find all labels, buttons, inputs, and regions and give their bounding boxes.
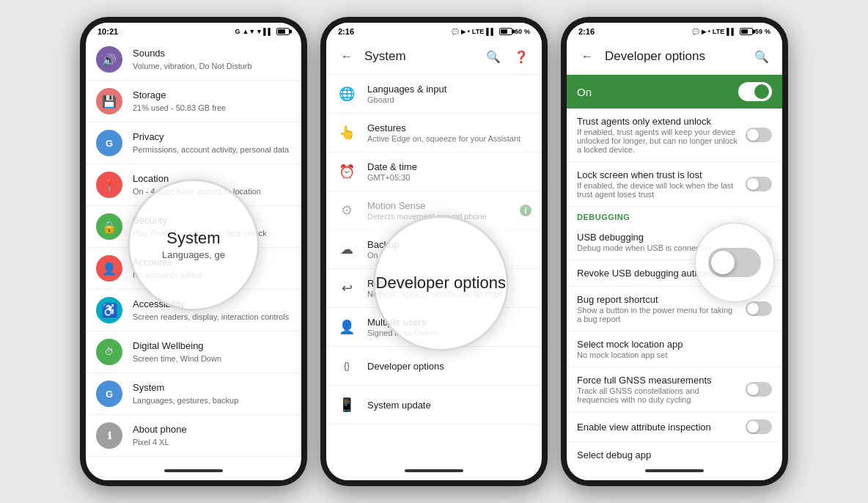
system-settings-list: 🌐 Languages & input Gboard 👆 Gestures Ac…: [326, 75, 542, 425]
list-item[interactable]: ↩ Reset options Network, apps, or device…: [326, 269, 542, 308]
dev-options-on-bar[interactable]: On: [567, 75, 782, 109]
location-title: Location: [133, 173, 291, 186]
phone3-back-button[interactable]: ←: [577, 46, 597, 67]
digital-wellbeing-icon: ⏱: [96, 339, 122, 365]
languages-subtitle: Gboard: [367, 95, 532, 104]
list-item[interactable]: ℹ About phone Pixel 4 XL: [86, 415, 301, 457]
revoke-usb-text: Revoke USB debugging authorizations: [577, 268, 772, 279]
mock-location-title: Select mock location app: [577, 339, 772, 350]
list-item[interactable]: ⏰ Date & time GMT+05:30: [326, 153, 542, 191]
accessibility-icon: ♿: [96, 297, 122, 323]
list-item[interactable]: ? Tips & support Help articles, phone & …: [86, 457, 301, 464]
select-debug-text: Select debug app: [577, 449, 772, 460]
back-button[interactable]: ←: [336, 46, 357, 67]
accounts-subtitle: No accounts added: [133, 270, 291, 280]
phone3-lte-label: LTE: [713, 28, 724, 35]
phone-1-g-icon: G: [235, 28, 240, 35]
list-item[interactable]: 🔊 Sounds Volume, vibration, Do Not Distu…: [86, 39, 301, 81]
whatsapp-icon: 💬: [452, 29, 459, 35]
usb-debugging-toggle[interactable]: [746, 235, 772, 249]
phone-3-header: ← Developer options 🔍: [567, 39, 782, 75]
backup-icon: ☁: [336, 239, 357, 260]
list-item[interactable]: 👆 Gestures Active Edge on, squeeze for y…: [326, 114, 542, 153]
trust-agents-title: Trust agents only extend unlock: [577, 116, 738, 127]
view-attr-toggle[interactable]: [746, 419, 772, 434]
list-item[interactable]: Enable view attribute inspection: [567, 412, 782, 442]
list-item[interactable]: ⚙ Motion Sense Detects movement around p…: [326, 191, 542, 230]
storage-text: Storage 21% used - 50.83 GB free: [133, 89, 291, 113]
phone-3-time: 2:16: [578, 27, 595, 36]
list-item[interactable]: G System Languages, gestures, backup: [86, 373, 301, 415]
accounts-title: Accounts: [133, 257, 291, 269]
location-subtitle: On - 4 apps have access to location: [133, 186, 291, 197]
bug-report-toggle[interactable]: [746, 301, 772, 316]
lock-screen-toggle[interactable]: [746, 177, 772, 191]
security-icon: 🔒: [96, 213, 122, 240]
phone-2-status-icons: 💬 ▶ • LTE ▌▌ 60%: [452, 28, 530, 35]
trust-agents-toggle[interactable]: [746, 128, 772, 142]
bug-report-subtitle: Show a button in the power menu for taki…: [577, 306, 738, 323]
mock-location-subtitle: No mock location app set: [577, 350, 772, 359]
list-item[interactable]: {} Developer options: [326, 347, 542, 386]
phone-2-bottom-bar: [326, 464, 542, 480]
list-item[interactable]: Select debug app: [567, 442, 782, 464]
list-item[interactable]: Bug report shortcut Show a button in the…: [567, 287, 782, 331]
phone-2-content: 🌐 Languages & input Gboard 👆 Gestures Ac…: [326, 75, 542, 464]
list-item[interactable]: 🌐 Languages & input Gboard: [326, 75, 542, 114]
list-item[interactable]: Revoke USB debugging authorizations: [567, 260, 782, 287]
phone-3-status-icons: 💬 ▶ • LTE ▌▌ 59%: [692, 28, 770, 35]
home-indicator: [164, 469, 223, 472]
usb-debugging-title: USB debugging: [577, 232, 738, 243]
list-item[interactable]: Trust agents only extend unlock If enabl…: [567, 109, 782, 162]
list-item[interactable]: 📍 Location On - 4 apps have access to lo…: [86, 164, 301, 206]
backup-text: Backup On: [367, 239, 532, 260]
reset-subtitle: Network, apps, or device can be reset: [367, 290, 532, 298]
users-text: Multiple users Signed in as Owner: [367, 317, 532, 337]
phone-1-settings-list: 🔊 Sounds Volume, vibration, Do Not Distu…: [86, 39, 301, 464]
list-item[interactable]: 👤 Multiple users Signed in as Owner: [326, 308, 542, 347]
list-item[interactable]: ⏱ Digital Wellbeing Screen time, Wind Do…: [86, 331, 301, 373]
gnss-toggle[interactable]: [746, 382, 772, 397]
users-title: Multiple users: [367, 317, 532, 328]
list-item[interactable]: ♿ Accessibility Screen readers, display,…: [86, 290, 301, 331]
usb-debugging-text: USB debugging Debug mode when USB is con…: [577, 232, 738, 252]
datetime-icon: ⏰: [336, 161, 357, 182]
bug-report-toggle-knob: [747, 303, 759, 315]
datetime-subtitle: GMT+05:30: [367, 173, 532, 182]
system-title: System: [133, 382, 291, 394]
help-button[interactable]: ❓: [511, 46, 532, 67]
motion-sense-icon: ⚙: [336, 200, 357, 221]
list-item[interactable]: 🔒 Security Play Protect, screen lock, fa…: [86, 206, 301, 248]
lock-screen-subtitle: If enabled, the device will lock when th…: [577, 181, 738, 199]
phone-1-time: 10:21: [98, 27, 118, 36]
about-phone-icon: ℹ: [96, 422, 122, 449]
storage-icon: 💾: [96, 88, 122, 114]
list-item[interactable]: 👤 Accounts No accounts added: [86, 248, 301, 290]
phone3-search-button[interactable]: 🔍: [751, 46, 772, 67]
phone-1-signal-bars: ▌▌: [263, 28, 273, 35]
accessibility-text: Accessibility Screen readers, display, i…: [133, 298, 291, 322]
sounds-icon: 🔊: [96, 46, 122, 73]
reset-text: Reset options Network, apps, or device c…: [367, 278, 532, 298]
search-button[interactable]: 🔍: [483, 46, 504, 67]
list-item[interactable]: Force full GNSS measurements Track all G…: [567, 367, 782, 412]
list-item[interactable]: ☁ Backup On: [326, 230, 542, 269]
privacy-title: Privacy: [133, 131, 291, 144]
phone-1: 10:21 G ▲▼ ▾ ▌▌ 🔊 Sounds Volume, vibrati…: [80, 17, 307, 486]
security-subtitle: Play Protect, screen lock, face unlock: [133, 228, 291, 238]
dev-options-main-toggle[interactable]: [738, 82, 772, 101]
view-attr-toggle-knob: [747, 421, 759, 433]
digital-wellbeing-title: Digital Wellbeing: [133, 340, 291, 353]
list-item[interactable]: Lock screen when trust is lost If enable…: [567, 162, 782, 207]
backup-subtitle: On: [367, 251, 532, 260]
phone3-signal-bars: ▌▌: [727, 28, 736, 35]
list-item[interactable]: G Privacy Permissions, account activity,…: [86, 122, 301, 164]
view-attr-text: Enable view attribute inspection: [577, 422, 738, 433]
datetime-title: Date & time: [367, 161, 532, 172]
usb-debugging-item[interactable]: USB debugging Debug mode when USB is con…: [567, 224, 782, 260]
phone-2-battery-icon: [499, 28, 512, 35]
list-item[interactable]: 📱 System update: [326, 386, 542, 425]
list-item[interactable]: 💾 Storage 21% used - 50.83 GB free: [86, 81, 301, 122]
gnss-subtitle: Track all GNSS constellations and freque…: [577, 386, 738, 404]
list-item[interactable]: Select mock location app No mock locatio…: [567, 331, 782, 367]
